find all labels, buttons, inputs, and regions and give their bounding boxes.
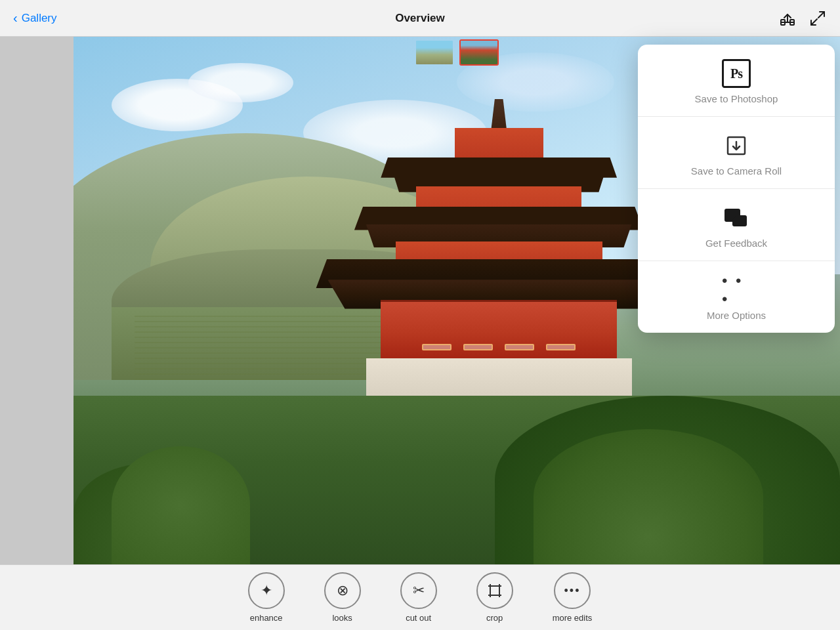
- enhance-label: enhance: [250, 613, 283, 623]
- download-icon: [722, 131, 751, 160]
- temple-body: [351, 125, 646, 417]
- crop-label: crop: [486, 613, 503, 623]
- crop-icon: [476, 572, 513, 609]
- feedback-icon: [722, 203, 751, 232]
- tool-crop[interactable]: crop: [476, 572, 513, 623]
- save-camera-roll-label: Save to Camera Roll: [691, 165, 782, 177]
- svg-line-3: [818, 12, 824, 18]
- level-1: [381, 300, 617, 364]
- temple-window: [422, 344, 452, 350]
- thumbnail-temple[interactable]: [459, 39, 499, 66]
- tool-cut-out[interactable]: ✂ cut out: [400, 572, 437, 623]
- temple-window: [546, 344, 576, 350]
- more-edits-label: more edits: [553, 613, 593, 623]
- thumbnail-temple-img: [461, 41, 497, 64]
- save-photoshop-label: Save to Photoshop: [695, 93, 778, 104]
- left-sidebar: [0, 37, 74, 564]
- temple-window: [505, 344, 534, 350]
- photoshop-icon: Ps: [722, 59, 751, 88]
- expand-button[interactable]: [808, 9, 827, 28]
- chevron-left-icon: ‹: [13, 10, 18, 26]
- bottom-toolbar: ✦ enhance ⊗ looks ✂ cut out crop ••• mo: [0, 564, 840, 630]
- tool-more-edits[interactable]: ••• more edits: [553, 572, 593, 623]
- menu-item-save-photoshop[interactable]: Ps Save to Photoshop: [638, 45, 835, 117]
- popup-menu: Ps Save to Photoshop Save to Camera Roll…: [638, 45, 835, 333]
- back-label: Gallery: [22, 12, 57, 25]
- temple-window: [463, 344, 493, 350]
- thumbnail-landscape-img: [416, 41, 453, 64]
- menu-item-get-feedback[interactable]: Get Feedback: [638, 189, 835, 261]
- tool-looks[interactable]: ⊗ looks: [324, 572, 361, 623]
- more-edits-icon: •••: [554, 572, 591, 609]
- top-bar-actions: [778, 9, 827, 28]
- enhance-icon: ✦: [248, 572, 285, 609]
- tool-enhance[interactable]: ✦ enhance: [248, 572, 285, 623]
- get-feedback-label: Get Feedback: [705, 238, 767, 249]
- top-bar: ‹ Gallery Overview: [0, 0, 840, 37]
- menu-item-save-camera-roll[interactable]: Save to Camera Roll: [638, 117, 835, 189]
- thumbnail-landscape[interactable]: [415, 39, 454, 66]
- share-button[interactable]: [778, 9, 797, 28]
- cut-out-label: cut out: [406, 613, 431, 623]
- page-title: Overview: [395, 12, 445, 25]
- temple-windows: [404, 343, 593, 352]
- bush-right-2: [534, 429, 763, 564]
- looks-icon: ⊗: [324, 572, 361, 609]
- svg-line-4: [811, 19, 817, 25]
- menu-item-more-options[interactable]: • • • More Options: [638, 261, 835, 333]
- bush-left-2: [112, 446, 249, 564]
- svg-rect-5: [490, 586, 499, 595]
- back-button[interactable]: ‹ Gallery: [13, 10, 57, 26]
- looks-label: looks: [332, 613, 352, 623]
- more-options-label: More Options: [707, 310, 766, 321]
- more-options-icon: • • •: [722, 276, 751, 304]
- cut-out-icon: ✂: [400, 572, 437, 609]
- greenery: [74, 396, 840, 564]
